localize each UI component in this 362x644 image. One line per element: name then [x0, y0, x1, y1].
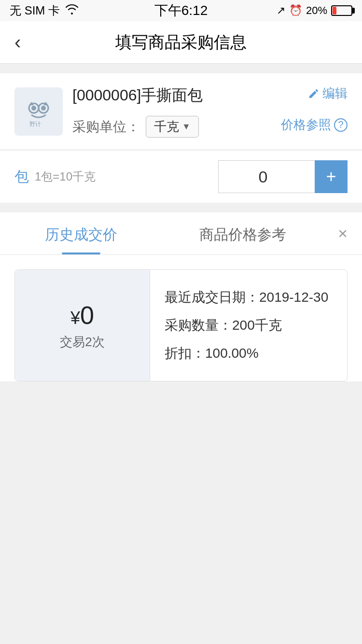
edit-button[interactable]: 编辑 — [308, 85, 348, 102]
battery-icon — [331, 5, 352, 16]
price-discount: 折扣：100.00% — [165, 343, 333, 364]
price-left: ¥0 交易2次 — [15, 270, 150, 381]
help-icon: ? — [334, 118, 348, 132]
tab-history-price-label: 历史成交价 — [45, 226, 117, 242]
edit-label: 编辑 — [322, 85, 348, 102]
tab-close-button[interactable]: × — [323, 224, 362, 243]
unit-label: 采购单位： — [72, 118, 140, 136]
battery-fill — [333, 7, 336, 14]
quantity-input[interactable] — [218, 160, 315, 193]
bottom-area — [0, 396, 362, 644]
back-button[interactable]: ‹ — [14, 31, 21, 53]
svg-text:野计: 野计 — [29, 121, 41, 127]
price-ref-label: 价格参照 — [281, 116, 331, 133]
product-right-actions: 编辑 价格参照 ? — [281, 85, 348, 133]
tab-history-price[interactable]: 历史成交价 — [0, 212, 162, 254]
product-card: 野计 [0000006]手撕面包 采购单位： 千克 ▼ 编辑 — [0, 73, 362, 149]
price-amount: ¥0 — [70, 301, 94, 330]
tab-price-reference[interactable]: 商品价格参考 — [162, 212, 323, 254]
product-header: 野计 [0000006]手撕面包 采购单位： 千克 ▼ 编辑 — [14, 85, 348, 138]
svg-point-3 — [41, 106, 46, 111]
wifi-icon — [65, 4, 79, 17]
status-bar: 无 SIM 卡 下午6:12 ↗ ⏰ 20% — [0, 0, 362, 21]
price-trade-count: 交易2次 — [60, 334, 104, 350]
price-discount-label: 折扣： — [165, 346, 205, 361]
price-last-date: 最近成交日期：2019-12-30 — [165, 287, 333, 308]
svg-point-2 — [31, 106, 36, 111]
unit-dropdown[interactable]: 千克 ▼ — [146, 116, 199, 138]
page-title: 填写商品采购信息 — [115, 31, 247, 54]
product-thumbnail: 野计 — [14, 87, 63, 136]
price-value: 0 — [80, 301, 94, 329]
nav-bar: ‹ 填写商品采购信息 — [0, 21, 362, 64]
dropdown-arrow-icon: ▼ — [182, 122, 191, 132]
price-currency: ¥ — [70, 308, 80, 328]
tab-panel: 历史成交价 商品价格参考 × ¥0 交易2次 最近成交日期：2019-12-30… — [0, 212, 362, 381]
product-name: [0000006]手撕面包 — [72, 85, 203, 106]
alarm-icon: ⏰ — [289, 4, 302, 17]
quantity-control: + — [218, 160, 348, 193]
product-info: [0000006]手撕面包 采购单位： 千克 ▼ — [72, 85, 203, 138]
price-quantity-value: 200千克 — [232, 318, 282, 333]
status-right: ↗ ⏰ 20% — [277, 4, 352, 17]
quantity-section: 包 1包=10千克 + — [0, 150, 362, 203]
price-last-date-value: 2019-12-30 — [259, 290, 328, 305]
product-unit-row: 采购单位： 千克 ▼ — [72, 116, 203, 138]
qty-conversion: 1包=10千克 — [35, 169, 96, 184]
price-discount-value: 100.00% — [205, 346, 259, 361]
qty-unit-badge: 包 — [14, 167, 29, 187]
status-left: 无 SIM 卡 — [10, 3, 79, 18]
price-last-date-label: 最近成交日期： — [165, 290, 259, 305]
price-ref-button[interactable]: 价格参照 ? — [281, 116, 348, 133]
quantity-plus-button[interactable]: + — [315, 160, 348, 193]
status-time: 下午6:12 — [154, 1, 208, 20]
price-quantity-label: 采购数量： — [165, 318, 232, 333]
unit-value: 千克 — [154, 118, 179, 135]
product-left: 野计 [0000006]手撕面包 采购单位： 千克 ▼ — [14, 85, 203, 138]
price-right: 最近成交日期：2019-12-30 采购数量：200千克 折扣：100.00% — [150, 270, 347, 381]
battery-percent: 20% — [306, 4, 327, 17]
price-quantity: 采购数量：200千克 — [165, 315, 333, 336]
tab-price-reference-label: 商品价格参考 — [199, 226, 286, 242]
quantity-label: 包 1包=10千克 — [14, 167, 96, 187]
location-icon: ↗ — [277, 4, 285, 17]
price-card: ¥0 交易2次 最近成交日期：2019-12-30 采购数量：200千克 折扣：… — [14, 269, 348, 381]
carrier-label: 无 SIM 卡 — [10, 3, 60, 18]
tab-header: 历史成交价 商品价格参考 × — [0, 212, 362, 255]
